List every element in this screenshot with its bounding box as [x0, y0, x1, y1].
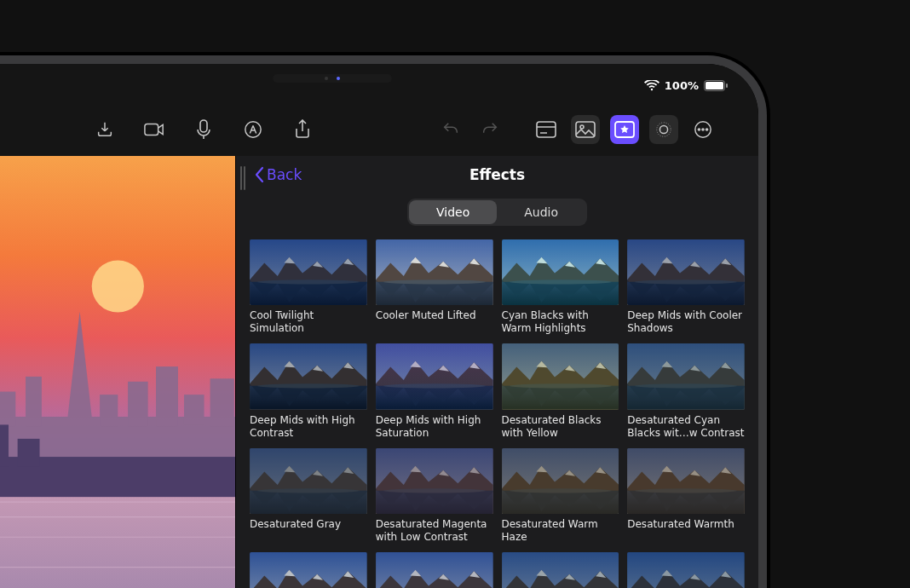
effect-item[interactable]: Deep Mids with Cooler Shadows [627, 239, 745, 335]
effect-thumbnail [627, 448, 745, 514]
svg-point-23 [92, 260, 144, 312]
effect-label: Desaturated Cyan Blacks wit…w Contrast [627, 414, 745, 440]
inspector-icon[interactable] [532, 115, 561, 144]
effect-item[interactable]: Desaturated Warmth [627, 448, 745, 544]
svg-point-20 [706, 129, 707, 130]
effect-label: Cooler Muted Lifted [376, 309, 493, 335]
effect-item[interactable]: Desaturated Blacks with Yellow [502, 343, 619, 439]
effect-label: Deep Mids with Cooler Shadows [627, 309, 745, 335]
preview-image [0, 156, 235, 588]
app-screen: 100% [0, 64, 758, 588]
svg-point-18 [698, 129, 700, 130]
panel-title: Effects [469, 166, 525, 183]
segmented-control: Video Audio [407, 199, 587, 226]
effect-label: Desaturated Warmth [627, 518, 745, 544]
svg-rect-29 [0, 392, 15, 427]
more-icon[interactable] [688, 115, 717, 144]
effect-item[interactable]: Desaturated Gray [250, 448, 367, 544]
effect-thumbnail [627, 239, 745, 305]
microphone-icon[interactable] [189, 115, 218, 144]
effect-label: Cyan Blacks with Warm Highlights [502, 309, 619, 335]
effect-label: Desaturated Warm Haze [502, 518, 619, 544]
share-icon[interactable] [288, 115, 317, 144]
effect-label: Desaturated Gray [250, 518, 367, 544]
svg-point-16 [657, 123, 671, 137]
effect-thumbnail [376, 239, 493, 305]
effect-item[interactable]: Cyan Blacks with Warm Highlights [502, 239, 619, 335]
tab-audio[interactable]: Audio [497, 200, 585, 224]
toolbar [0, 107, 758, 153]
effect-label: Desaturated Blacks with Yellow [502, 414, 619, 440]
photos-icon[interactable] [571, 115, 600, 144]
svg-rect-44 [18, 439, 40, 467]
svg-rect-34 [156, 366, 178, 427]
effect-thumbnail [376, 552, 493, 588]
color-wheel-icon[interactable] [649, 115, 678, 144]
effect-item[interactable] [502, 552, 619, 588]
svg-rect-35 [184, 395, 204, 424]
status-bar: 100% [644, 79, 728, 92]
effect-item[interactable] [376, 552, 493, 588]
effect-item[interactable]: Desaturated Magenta with Low Contrast [376, 448, 493, 544]
preview-viewer[interactable]: 46 % [0, 156, 235, 588]
svg-rect-7 [200, 120, 207, 132]
effect-thumbnail [502, 343, 619, 409]
effect-thumbnail [250, 552, 367, 588]
svg-point-19 [702, 129, 704, 130]
download-icon[interactable] [90, 115, 119, 144]
effect-item[interactable]: Cool Twilight Simulation [250, 239, 367, 335]
wifi-icon [644, 80, 659, 91]
effects-panel: Back Effects Video Audio Cool Twilight S… [235, 156, 758, 588]
svg-rect-6 [145, 124, 158, 135]
svg-rect-30 [26, 377, 42, 427]
effect-label: Deep Mids with High Saturation [376, 414, 493, 440]
svg-rect-32 [100, 395, 118, 427]
effect-label: Cool Twilight Simulation [250, 309, 367, 335]
effect-item[interactable]: Desaturated Warm Haze [502, 448, 619, 544]
undo-icon[interactable] [436, 115, 465, 144]
effect-thumbnail [250, 343, 367, 409]
effect-label: Desaturated Magenta with Low Contrast [376, 518, 493, 544]
battery-icon [704, 80, 728, 91]
effect-thumbnail [502, 239, 619, 305]
effect-thumbnail [502, 552, 619, 588]
svg-point-13 [580, 125, 584, 129]
titles-icon[interactable] [239, 115, 268, 144]
svg-point-8 [245, 122, 261, 137]
device-frame: 100% [0, 64, 758, 588]
effect-item[interactable] [250, 552, 367, 588]
effect-thumbnail [376, 448, 493, 514]
effect-thumbnail [250, 448, 367, 514]
svg-rect-9 [537, 122, 556, 137]
effect-thumbnail [502, 448, 619, 514]
panel-resize-handle[interactable] [240, 166, 245, 190]
svg-rect-43 [0, 424, 9, 466]
camera-icon[interactable] [140, 115, 169, 144]
svg-rect-4 [706, 82, 723, 89]
back-button[interactable]: Back [255, 166, 302, 183]
svg-rect-33 [128, 382, 148, 427]
svg-rect-36 [210, 378, 234, 426]
svg-rect-12 [576, 122, 595, 137]
effect-item[interactable]: Deep Mids with High Contrast [250, 343, 367, 439]
effect-item[interactable]: Deep Mids with High Saturation [376, 343, 493, 439]
back-label: Back [267, 166, 302, 183]
effect-label: Deep Mids with High Contrast [250, 414, 367, 440]
battery-percent: 100% [665, 79, 699, 92]
sensor-bar [273, 74, 392, 83]
effects-icon[interactable] [610, 115, 639, 144]
effect-item[interactable]: Cooler Muted Lifted [376, 239, 493, 335]
tab-video[interactable]: Video [409, 200, 497, 224]
svg-rect-5 [726, 84, 728, 88]
redo-icon[interactable] [475, 115, 504, 144]
effects-grid: Cool Twilight SimulationCooler Muted Lif… [250, 239, 745, 588]
svg-point-15 [659, 125, 667, 133]
effect-thumbnail [627, 552, 745, 588]
effect-item[interactable]: Desaturated Cyan Blacks wit…w Contrast [627, 343, 745, 439]
effect-thumbnail [627, 343, 745, 409]
effect-item[interactable] [627, 552, 745, 588]
effect-thumbnail [376, 343, 493, 409]
effect-thumbnail [250, 239, 367, 305]
